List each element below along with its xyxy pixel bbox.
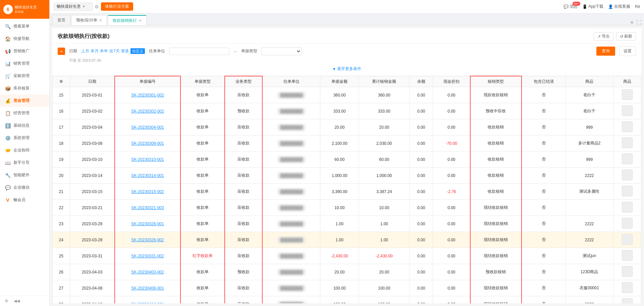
th-partner: 往来单位 (262, 76, 320, 87)
cell-bill-type: 收款单 (180, 264, 225, 280)
app-download-button[interactable]: 📱 App下载 (582, 4, 603, 9)
sidebar-item-finance[interactable]: 💰 资金管理 (0, 95, 49, 107)
tab-verify[interactable]: 收款核销执行 ✕ (108, 15, 147, 25)
filter-bar: » 日期 上月 本月 本年 近7天 更多 自定义 往来单位 ··· 单据类型 (52, 44, 641, 76)
cell-include-cleared: 否 (522, 135, 566, 151)
sidebar-item-sales[interactable]: 📊 销售管理 (0, 57, 49, 70)
system-icon: ⚙️ (5, 135, 11, 141)
sidebar-item-hardware[interactable]: 🔧 智能硬件 (0, 169, 49, 181)
bill-no-link[interactable]: SK-20230328-001 (131, 222, 164, 226)
th-settings[interactable]: ⚙ (53, 76, 70, 87)
sidebar-item-system[interactable]: ⚙️ 系统管理 (0, 132, 49, 144)
bill-no-link[interactable]: SK-20230314-001 (131, 173, 164, 178)
chevron-down-icon: ▼ (332, 67, 336, 71)
cell-verified-amount: 100.00 (359, 280, 410, 296)
wechat-icon: 💬 (5, 185, 11, 190)
sidebar-item-enterprise[interactable]: 🤝 企业协同 (0, 144, 49, 157)
cell-biz-type: 应收款 (225, 216, 262, 232)
topbar-breadcrumb: 畅快道好生意 ▼ (54, 3, 93, 11)
bill-no-link[interactable]: SK-20230418-001 (131, 302, 164, 304)
filter-expand-button[interactable]: ▼ 展开更多条件 (332, 66, 362, 72)
page-actions: ↗ 导出 ↺ 刷新 (594, 32, 636, 41)
sidebar-item-purchase[interactable]: 🛒 采购管理 (0, 70, 49, 82)
service-icon: 👤 (608, 4, 613, 9)
cell-no: 20 (53, 168, 70, 184)
filter-toggle-button[interactable]: » (58, 48, 65, 55)
sidebar-item-basic[interactable]: ℹ️ 基础信息 (0, 119, 49, 132)
cell-partner: ████████ (262, 184, 320, 200)
bill-no-link[interactable]: SK-20230403-002 (131, 270, 164, 274)
refresh-button[interactable]: ↺ 刷新 (616, 32, 636, 41)
cell-cash-discount: 0.00 (433, 103, 470, 119)
cell-bill-type: 收款单 (180, 87, 225, 103)
filter-partner-input[interactable] (169, 48, 229, 55)
hardware-icon: 🔧 (5, 173, 11, 178)
bill-no-link[interactable]: SK-20230301-002 (131, 93, 164, 98)
sidebar-item-marketing[interactable]: 📢 营销推广 (0, 45, 49, 57)
cell-bill-no: SK-20230403-002 (115, 264, 180, 280)
tabbar-close-all-icon[interactable]: ✕ (630, 20, 634, 25)
bill-no-link[interactable]: SK-20230302-002 (131, 109, 164, 114)
sidebar-collapse-btn[interactable]: ◀◀ (14, 299, 20, 303)
table-wrapper[interactable]: ⚙ 日期 单据编号 单据类型 业务类型 往来单位 单据金额 累计核销金额 余额 … (52, 76, 641, 303)
tab-home[interactable]: 首页 (52, 15, 70, 25)
sidebar-item-wechat[interactable]: 💬 企业微信 (0, 181, 49, 194)
bill-no-link[interactable]: SK-20230315-002 (131, 189, 164, 194)
sidebar-gear-btn[interactable]: ⚙ (5, 299, 8, 303)
sidebar-item-inventory[interactable]: 📦 库存核算 (0, 82, 49, 95)
filter-bill-type-select[interactable] (261, 47, 302, 55)
th-bill-type: 单据类型 (180, 76, 225, 87)
cell-biz-type: 应收款 (225, 119, 262, 135)
bill-no-link[interactable]: SK-20230408-001 (131, 286, 164, 291)
bill-no-link[interactable]: SK-20230308-001 (131, 141, 164, 146)
query-button[interactable]: 查询 (596, 47, 615, 56)
sidebar-item-operations[interactable]: 📋 经营管理 (0, 107, 49, 119)
topbar-dropdown-icon[interactable]: ▼ (82, 5, 86, 8)
filter-date-custom[interactable]: 自定义 (130, 48, 145, 54)
bill-no-link[interactable]: SK-20230331-002 (131, 254, 164, 258)
sidebar-item-search[interactable]: 🔍 搜索菜单 (0, 20, 49, 33)
cell-bill-amount: 360.00 (320, 87, 359, 103)
filter-date-this-year[interactable]: 本年 (100, 48, 108, 54)
messages-button[interactable]: 💬 消息 99+ (564, 4, 578, 9)
export-button[interactable]: ↗ 导出 (594, 32, 613, 41)
bill-no-link[interactable]: SK-20230321-003 (131, 205, 164, 210)
sidebar-item-quicknav[interactable]: 🏠 快捷导航 (0, 33, 49, 45)
cell-bill-no: SK-20230304-001 (115, 119, 180, 135)
sidebar-item-guide[interactable]: 📖 新手引导 (0, 157, 49, 169)
tab-verify-close[interactable]: ✕ (139, 19, 142, 22)
sidebar-item-member[interactable]: V 畅会员 (0, 194, 49, 206)
settings-button[interactable]: 设置 (619, 46, 636, 56)
cell-date: 2023-03-21 (70, 200, 115, 216)
filter-date-more[interactable]: 更多 (121, 48, 129, 54)
cell-date: 2023-03-01 (70, 87, 115, 103)
cell-no: 17 (53, 119, 70, 135)
cell-bill-amount: 100.00 (320, 296, 359, 304)
filter-date-this-month[interactable]: 本月 (91, 48, 99, 54)
filter-date-last-month[interactable]: 上月 (81, 48, 89, 54)
online-service-button[interactable]: 👤 在线客服 (608, 4, 630, 9)
filter-date-7days[interactable]: 近7天 (109, 48, 120, 54)
cell-cash-discount: 0.00 (433, 151, 470, 168)
bill-no-link[interactable]: SK-20230310-001 (131, 157, 164, 162)
cell-biz-type: 应收款 (225, 135, 262, 151)
tabbar-expand-icon[interactable]: ⛶ (637, 20, 641, 25)
cell-bill-amount: 100.00 (320, 280, 359, 296)
user-name[interactable]: Rit (635, 4, 640, 9)
filter-date-options: 上月 本月 本年 近7天 更多 自定义 (81, 48, 145, 54)
tab-prepay[interactable]: 预收/应付单 ✕ (71, 15, 107, 25)
filter-partner-dots[interactable]: ··· (233, 49, 237, 54)
cell-bill-amount: 1.00 (320, 216, 359, 232)
solution-button[interactable]: 体验行业方案 (101, 2, 133, 11)
cell-bill-type: 收款单 (180, 200, 225, 216)
tab-prepay-close[interactable]: ✕ (99, 18, 102, 22)
cell-product-img (613, 168, 641, 184)
bill-no-link[interactable]: SK-20230304-001 (131, 125, 164, 130)
topbar-gear-icon[interactable]: ⚙ (95, 4, 99, 9)
cell-no: 18 (53, 135, 70, 151)
bill-no-link[interactable]: SK-20230328-002 (131, 238, 164, 242)
sidebar: 6 畅快道好生意 标推版 🔍 搜索菜单 🏠 快捷导航 📢 营销推广 📊 销售管理… (0, 0, 50, 306)
cell-bill-no: SK-20230301-002 (115, 87, 180, 103)
logo-icon: 6 (3, 5, 13, 14)
cell-partner: ████████ (262, 119, 320, 135)
